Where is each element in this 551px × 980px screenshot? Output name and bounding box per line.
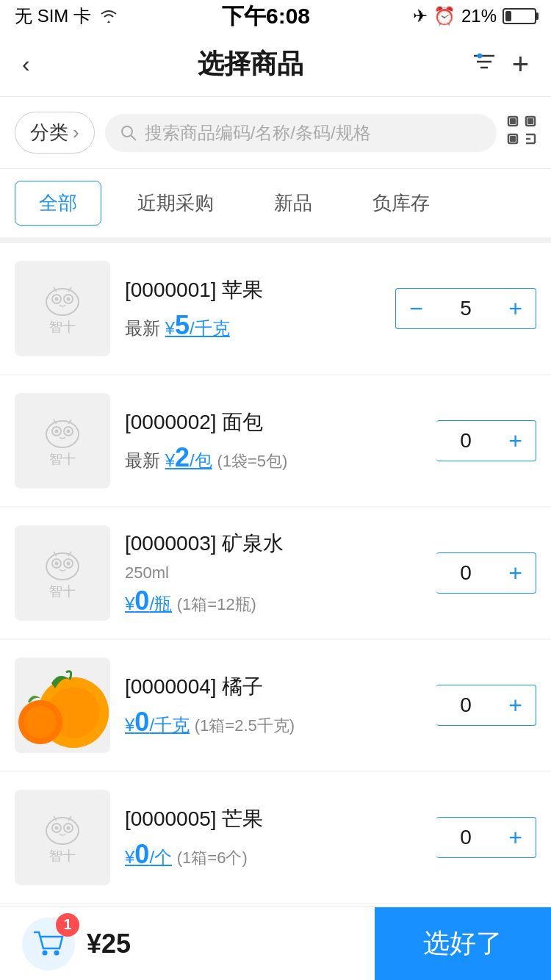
product-info: [0000002] 面包 最新 ¥2/包 (1袋=5包) xyxy=(125,408,422,473)
svg-point-16 xyxy=(46,289,79,315)
svg-point-36 xyxy=(24,706,57,738)
product-price: ¥0/千克 (1箱=2.5千克) xyxy=(125,707,422,738)
status-carrier: 无 SIM 卡 xyxy=(15,4,119,28)
owl-placeholder-icon xyxy=(40,810,84,847)
owl-placeholder-icon xyxy=(40,414,84,450)
category-button[interactable]: 分类 › xyxy=(15,112,95,154)
cart-section: 1 ¥25 xyxy=(0,918,375,970)
cart-badge: 1 xyxy=(56,913,79,937)
location-icon: ✈ xyxy=(413,6,428,26)
quantity-input[interactable] xyxy=(436,817,495,858)
product-image xyxy=(15,657,110,753)
quantity-increase-button[interactable]: + xyxy=(495,817,536,858)
product-name: [0000004] 橘子 xyxy=(125,673,422,701)
svg-point-41 xyxy=(67,826,71,830)
list-item: 智十 [0000005] 芒果 ¥0/个 (1箱=6个) + xyxy=(0,772,551,903)
tab-bar: 全部 近期采购 新品 负库存 xyxy=(0,169,551,243)
filter-bar: 分类 › 搜索商品编码/名称/条码/规格 xyxy=(0,97,551,169)
svg-point-53 xyxy=(54,950,60,955)
product-info: [0000003] 矿泉水 250ml ¥0/瓶 (1箱=12瓶) xyxy=(125,530,422,616)
svg-point-34 xyxy=(59,698,88,727)
tab-recent[interactable]: 近期采购 xyxy=(113,181,238,226)
search-placeholder: 搜索商品编码/名称/条码/规格 xyxy=(145,121,371,145)
quantity-control: + xyxy=(436,685,536,726)
product-info: [0000004] 橘子 ¥0/千克 (1箱=2.5千克) xyxy=(125,673,422,738)
svg-rect-9 xyxy=(527,118,533,124)
nav-left: ‹ xyxy=(22,51,30,78)
svg-point-3 xyxy=(478,54,482,58)
list-item: 智十 [0000003] 矿泉水 250ml ¥0/瓶 (1箱=12瓶) + xyxy=(0,508,551,638)
scan-button[interactable] xyxy=(507,115,536,151)
bottom-bar: 1 ¥25 选好了 xyxy=(0,907,551,980)
quantity-input[interactable] xyxy=(436,288,495,329)
product-spec: 250ml xyxy=(125,563,422,583)
tab-negative[interactable]: 负库存 xyxy=(348,181,454,226)
quantity-control: + xyxy=(436,552,536,594)
product-name: [0000005] 芒果 xyxy=(125,805,422,833)
product-list: 智十 [0000001] 苹果 最新 ¥5/千克 − + xyxy=(0,243,551,980)
product-image: 智十 xyxy=(15,525,110,621)
svg-point-40 xyxy=(55,826,59,830)
quantity-control: − + xyxy=(395,288,536,329)
cart-total: ¥25 xyxy=(87,929,131,959)
quantity-increase-button[interactable]: + xyxy=(495,685,536,726)
product-info: [0000005] 芒果 ¥0/个 (1箱=6个) xyxy=(125,805,422,870)
filter-button[interactable] xyxy=(471,48,497,81)
confirm-button[interactable]: 选好了 xyxy=(375,907,551,981)
svg-point-21 xyxy=(46,421,79,447)
nav-right: + xyxy=(471,48,529,81)
filter-icon xyxy=(471,48,497,75)
add-button[interactable]: + xyxy=(512,48,529,81)
svg-line-5 xyxy=(131,135,136,140)
tab-all[interactable]: 全部 xyxy=(15,181,101,226)
product-price: ¥0/个 (1箱=6个) xyxy=(125,839,422,870)
list-item: [0000004] 橘子 ¥0/千克 (1箱=2.5千克) + xyxy=(0,640,551,771)
orange-image xyxy=(15,657,110,753)
category-label: 分类 xyxy=(30,120,68,145)
back-button[interactable]: ‹ xyxy=(22,51,30,78)
list-item: 智十 [0000002] 面包 最新 ¥2/包 (1袋=5包) + xyxy=(0,375,551,506)
svg-point-24 xyxy=(55,430,59,433)
svg-point-37 xyxy=(46,818,79,844)
product-name: [0000002] 面包 xyxy=(125,408,422,436)
scan-icon xyxy=(507,115,536,145)
logo-text: 智十 xyxy=(49,847,76,865)
product-info: [0000001] 苹果 最新 ¥5/千克 xyxy=(125,276,381,341)
svg-point-29 xyxy=(55,562,59,566)
svg-point-4 xyxy=(122,126,132,137)
quantity-input[interactable] xyxy=(436,420,495,461)
battery-percent: 21% xyxy=(461,6,497,26)
product-price: 最新 ¥2/包 (1袋=5包) xyxy=(125,442,422,473)
svg-point-19 xyxy=(55,298,59,301)
quantity-control: + xyxy=(436,817,536,858)
product-price: ¥0/瓶 (1箱=12瓶) xyxy=(125,586,422,616)
owl-placeholder-icon xyxy=(40,546,84,583)
search-icon xyxy=(120,124,137,142)
product-name: [0000001] 苹果 xyxy=(125,276,381,304)
svg-point-30 xyxy=(67,562,71,566)
owl-placeholder-icon xyxy=(40,281,84,318)
product-image: 智十 xyxy=(15,790,110,885)
page-title: 选择商品 xyxy=(198,46,303,82)
alarm-icon: ⏰ xyxy=(433,6,455,26)
svg-rect-11 xyxy=(510,136,516,142)
nav-bar: ‹ 选择商品 + xyxy=(0,32,551,97)
cart-button[interactable]: 1 xyxy=(22,918,75,970)
quantity-input[interactable] xyxy=(436,552,495,594)
list-item: 智十 [0000001] 苹果 最新 ¥5/千克 − + xyxy=(0,243,551,374)
svg-point-20 xyxy=(67,298,71,301)
status-time: 下午6:08 xyxy=(222,1,310,32)
quantity-control: + xyxy=(436,420,536,461)
product-price: 最新 ¥5/千克 xyxy=(125,310,381,341)
product-name: [0000003] 矿泉水 xyxy=(125,530,422,558)
quantity-increase-button[interactable]: + xyxy=(495,420,536,461)
logo-text: 智十 xyxy=(49,318,76,336)
product-image: 智十 xyxy=(15,393,110,489)
tab-new[interactable]: 新品 xyxy=(250,181,336,226)
quantity-input[interactable] xyxy=(436,685,495,726)
quantity-increase-button[interactable]: + xyxy=(495,552,536,594)
quantity-decrease-button[interactable]: − xyxy=(395,288,436,329)
category-chevron: › xyxy=(73,121,79,144)
quantity-increase-button[interactable]: + xyxy=(495,288,536,329)
search-box[interactable]: 搜索商品编码/名称/条码/规格 xyxy=(105,114,497,152)
